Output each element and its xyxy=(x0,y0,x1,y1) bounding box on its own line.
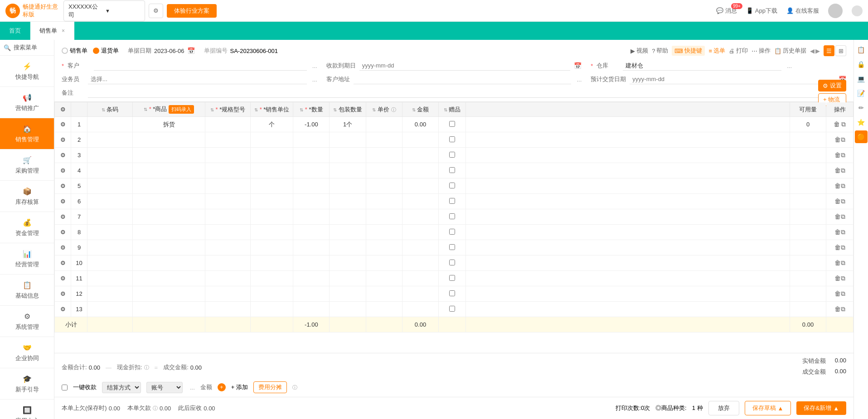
sidebar-item-quick-nav[interactable]: ⚡ 快捷导航 xyxy=(0,56,54,87)
company-selector[interactable]: XXXXXX公司 ▼ xyxy=(63,0,145,21)
salesman-input[interactable] xyxy=(88,74,307,84)
panel-icon-edit[interactable]: ✏ xyxy=(855,101,868,114)
row-settings[interactable]: ⚙ xyxy=(55,178,71,194)
row-gift[interactable] xyxy=(439,117,466,132)
expense-info-icon[interactable]: ⓘ xyxy=(292,384,297,391)
copy-icon[interactable]: ⧉ xyxy=(841,167,845,174)
scan-button[interactable]: 扫码录入 xyxy=(169,105,194,114)
delete-icon[interactable]: 🗑 xyxy=(834,120,840,128)
sidebar-item-sales[interactable]: 🏠 销售管理 xyxy=(0,118,54,149)
sort-icon[interactable]: ⇅ xyxy=(102,107,105,112)
sidebar-item-app-center[interactable]: 🔲 应用中心 xyxy=(0,400,54,419)
sidebar-item-inventory[interactable]: 📦 库存核算 xyxy=(0,181,54,212)
video-action[interactable]: ▶ 视频 xyxy=(630,47,648,55)
copy-icon[interactable]: ⧉ xyxy=(841,136,845,143)
home-tab[interactable]: 首页 xyxy=(0,22,30,40)
delete-icon[interactable]: 🗑 xyxy=(834,213,841,220)
row-settings[interactable]: ⚙ xyxy=(55,225,71,240)
row-settings[interactable]: ⚙ xyxy=(55,132,71,148)
gift-checkbox[interactable] xyxy=(449,244,455,250)
one-click-pay-checkbox[interactable] xyxy=(62,385,68,390)
delete-icon[interactable]: 🗑 xyxy=(834,151,841,159)
close-icon[interactable]: × xyxy=(62,28,65,34)
customer-input[interactable] xyxy=(94,61,307,71)
sidebar-search[interactable]: 🔍 搜索菜单 xyxy=(0,40,54,56)
gift-checkbox[interactable] xyxy=(449,213,455,219)
delete-icon[interactable]: 🗑 xyxy=(834,182,841,189)
message-button[interactable]: 💬 消息 99+ xyxy=(716,7,737,15)
row-price[interactable] xyxy=(366,117,402,132)
form-settings-button[interactable]: ⚙ 设置 xyxy=(818,80,846,92)
gift-checkbox[interactable] xyxy=(449,152,455,158)
copy-icon[interactable]: ⧉ xyxy=(841,213,845,220)
row-amount[interactable]: 0.00 xyxy=(402,117,439,132)
row-settings[interactable]: ⚙ xyxy=(55,302,71,317)
gift-checkbox[interactable] xyxy=(449,183,455,188)
panel-icon-doc[interactable]: 📝 xyxy=(855,87,868,100)
row-settings[interactable]: ⚙ xyxy=(55,209,71,225)
operation-action[interactable]: ⋯ 操作 xyxy=(752,47,771,55)
history-action[interactable]: 📋 历史单据 xyxy=(774,47,806,55)
receive-calendar-icon[interactable]: 📅 xyxy=(574,62,582,69)
row-product[interactable]: 拆货 xyxy=(133,117,205,132)
row-barcode[interactable] xyxy=(87,117,133,132)
gift-checkbox[interactable] xyxy=(449,229,455,235)
sidebar-item-marketing[interactable]: 📢 营销推广 xyxy=(0,87,54,118)
delete-icon[interactable]: 🗑 xyxy=(834,275,841,282)
panel-icon-notes[interactable]: 📋 xyxy=(855,43,868,56)
gift-checkbox[interactable] xyxy=(449,121,455,127)
panel-icon-monitor[interactable]: 💻 xyxy=(855,72,868,85)
historical-info-icon[interactable]: ⓘ xyxy=(153,405,158,412)
row-settings[interactable]: ⚙ xyxy=(55,271,71,286)
sidebar-item-operations[interactable]: 📊 经营管理 xyxy=(0,243,54,275)
row-qty[interactable]: -1.00 xyxy=(293,117,330,132)
prev-icon[interactable]: ◀ xyxy=(810,48,815,54)
row-desc[interactable] xyxy=(466,117,790,132)
discount-info-icon[interactable]: ⓘ xyxy=(144,364,149,371)
copy-icon[interactable]: ⧉ xyxy=(841,182,845,189)
price-info-icon[interactable]: ⓘ xyxy=(391,107,396,112)
delete-icon[interactable]: 🗑 xyxy=(834,259,841,266)
sidebar-item-purchase[interactable]: 🛒 采购管理 xyxy=(0,149,54,181)
gift-checkbox[interactable] xyxy=(449,198,455,204)
sales-order-radio[interactable]: 销售单 xyxy=(62,47,87,55)
row-settings[interactable]: ⚙ xyxy=(55,286,71,302)
delete-icon[interactable]: 🗑 xyxy=(834,197,841,205)
delete-icon[interactable]: 🗑 xyxy=(834,290,841,297)
salesman-more-icon[interactable]: ... xyxy=(312,76,317,83)
list-view-btn[interactable]: ☰ xyxy=(824,45,834,56)
print-action[interactable]: 🖨 打印 xyxy=(729,47,748,55)
copy-icon[interactable]: ⧉ xyxy=(841,275,845,282)
user-avatar[interactable] xyxy=(828,4,843,18)
copy-icon[interactable]: ⧉ xyxy=(841,228,845,236)
panel-icon-lock[interactable]: 🔒 xyxy=(855,58,868,71)
delete-icon[interactable]: 🗑 xyxy=(834,228,841,236)
remarks-input[interactable] xyxy=(88,88,846,98)
discard-button[interactable]: 放弃 xyxy=(708,401,739,415)
warehouse-more-icon[interactable]: ... xyxy=(787,63,792,69)
row-settings[interactable]: ⚙ xyxy=(55,163,71,178)
row-pack-qty[interactable]: 1个 xyxy=(330,117,366,132)
copy-icon[interactable]: ⧉ xyxy=(841,259,845,266)
select-action[interactable]: ≡ 选单 xyxy=(708,47,725,55)
sales-tab[interactable]: 销售单 × xyxy=(30,22,74,40)
row-spec[interactable] xyxy=(205,117,251,132)
sidebar-item-system[interactable]: ⚙ 系统管理 xyxy=(0,306,54,337)
app-download-button[interactable]: 📱 App下载 xyxy=(746,7,777,15)
copy-icon[interactable]: ⧉ xyxy=(841,244,845,251)
row-settings[interactable]: ⚙ xyxy=(55,148,71,163)
grid-view-btn[interactable]: ⊞ xyxy=(835,45,846,56)
copy-icon[interactable]: ⧉ xyxy=(841,120,846,128)
next-icon[interactable]: ▶ xyxy=(815,48,820,54)
copy-icon[interactable]: ⧉ xyxy=(841,151,845,159)
account-more-icon[interactable]: ... xyxy=(190,384,195,391)
gift-checkbox[interactable] xyxy=(449,136,455,142)
shortcut-action[interactable]: ⌨ 快捷键 xyxy=(672,46,705,56)
warehouse-input[interactable] xyxy=(623,61,781,71)
expense-split-button[interactable]: 费用分摊 xyxy=(253,381,287,393)
copy-icon[interactable]: ⧉ xyxy=(841,290,845,297)
expected-date-input[interactable] xyxy=(630,74,835,84)
row-settings[interactable]: ⚙ xyxy=(55,194,71,209)
add-payment-button[interactable]: + xyxy=(218,383,226,391)
gift-checkbox[interactable] xyxy=(449,260,455,265)
